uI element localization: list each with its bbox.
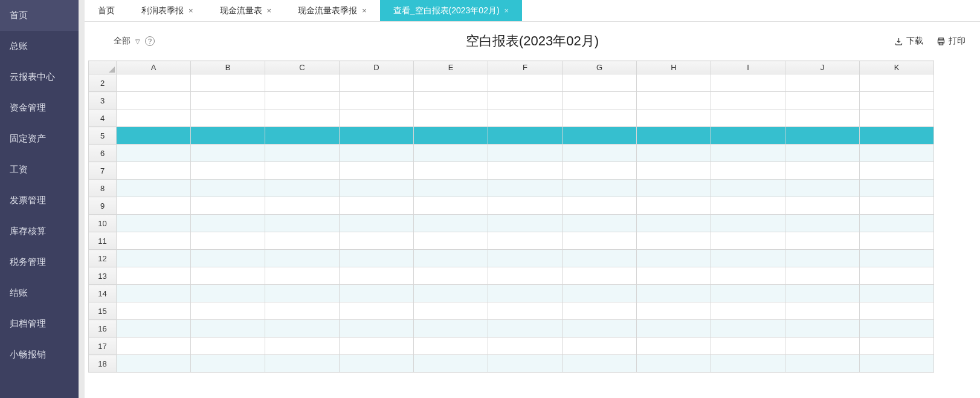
cell[interactable] [563,145,637,162]
cell[interactable] [637,180,711,197]
cell[interactable] [340,267,414,285]
row-header[interactable]: 12 [89,250,117,267]
cell[interactable] [414,180,488,197]
cell[interactable] [117,145,191,162]
cell[interactable] [860,232,934,250]
cell[interactable] [860,109,934,127]
sidebar-item-general-ledger[interactable]: 总账 [0,31,79,62]
cell[interactable] [785,320,860,338]
cell[interactable] [340,92,414,109]
cell[interactable] [414,302,488,320]
tab-view-blank-report[interactable]: 查看_空白报表(2023年02月) × [380,0,522,21]
tab-profit-quarterly[interactable]: 利润表季报 × [128,0,207,21]
cell[interactable] [265,285,340,302]
cell[interactable] [340,250,414,267]
cell[interactable] [711,162,785,180]
cell[interactable] [117,232,191,250]
cell[interactable] [265,145,340,162]
filter-dropdown[interactable]: 全部 ▽ ? [114,36,155,47]
cell[interactable] [711,250,785,267]
cell[interactable] [711,302,785,320]
column-header[interactable]: D [340,61,414,74]
cell[interactable] [785,74,860,92]
sidebar-scrollbar[interactable] [79,0,85,398]
tab-cashflow-quarterly[interactable]: 现金流量表季报 × [285,0,380,21]
cell[interactable] [711,92,785,109]
cell[interactable] [563,285,637,302]
cell[interactable] [488,232,563,250]
row-header[interactable]: 4 [89,109,117,127]
sidebar-item-home[interactable]: 首页 [0,0,79,31]
cell[interactable] [860,180,934,197]
cell[interactable] [191,302,265,320]
cell[interactable] [191,145,265,162]
cell[interactable] [711,74,785,92]
cell[interactable] [488,250,563,267]
cell[interactable] [785,302,860,320]
cell[interactable] [563,338,637,355]
cell[interactable] [340,302,414,320]
cell[interactable] [785,127,860,145]
cell[interactable] [191,338,265,355]
row-header[interactable]: 15 [89,302,117,320]
row-header[interactable]: 2 [89,74,117,92]
cell[interactable] [265,180,340,197]
cell[interactable] [414,285,488,302]
cell[interactable] [340,162,414,180]
cell[interactable] [860,338,934,355]
cell[interactable] [711,197,785,215]
cell[interactable] [414,250,488,267]
cell[interactable] [488,92,563,109]
cell[interactable] [340,74,414,92]
cell[interactable] [563,127,637,145]
cell[interactable] [117,267,191,285]
cell[interactable] [265,127,340,145]
cell[interactable] [488,215,563,232]
column-header[interactable]: E [414,61,488,74]
cell[interactable] [637,267,711,285]
column-header[interactable]: C [265,61,340,74]
row-header[interactable]: 16 [89,320,117,338]
cell[interactable] [785,267,860,285]
cell[interactable] [340,180,414,197]
cell[interactable] [637,145,711,162]
cell[interactable] [637,197,711,215]
cell[interactable] [265,92,340,109]
sidebar-item-xiaochang-expense[interactable]: 小畅报销 [0,339,79,370]
cell[interactable] [191,197,265,215]
sidebar-item-fund-management[interactable]: 资金管理 [0,93,79,123]
column-header[interactable]: I [711,61,785,74]
print-button[interactable]: 打印 [936,36,965,47]
cell[interactable] [414,127,488,145]
cell[interactable] [340,109,414,127]
cell[interactable] [265,215,340,232]
cell[interactable] [340,285,414,302]
cell[interactable] [117,355,191,373]
spreadsheet[interactable]: ABCDEFGHIJK23456789101112131415161718 [88,60,980,398]
cell[interactable] [117,250,191,267]
cell[interactable] [414,109,488,127]
row-header[interactable]: 10 [89,215,117,232]
cell[interactable] [637,338,711,355]
cell[interactable] [117,320,191,338]
row-header[interactable]: 13 [89,267,117,285]
cell[interactable] [191,232,265,250]
row-header[interactable]: 7 [89,162,117,180]
sidebar-item-invoice-management[interactable]: 发票管理 [0,185,79,216]
tab-home[interactable]: 首页 [85,0,128,21]
cell[interactable] [117,285,191,302]
cell[interactable] [563,250,637,267]
cell[interactable] [563,320,637,338]
cell[interactable] [488,197,563,215]
cell[interactable] [117,127,191,145]
cell[interactable] [711,127,785,145]
cell[interactable] [563,92,637,109]
row-header[interactable]: 17 [89,338,117,355]
cell[interactable] [860,355,934,373]
cell[interactable] [191,215,265,232]
cell[interactable] [860,162,934,180]
cell[interactable] [637,215,711,232]
cell[interactable] [117,180,191,197]
cell[interactable] [637,162,711,180]
close-icon[interactable]: × [267,6,272,15]
